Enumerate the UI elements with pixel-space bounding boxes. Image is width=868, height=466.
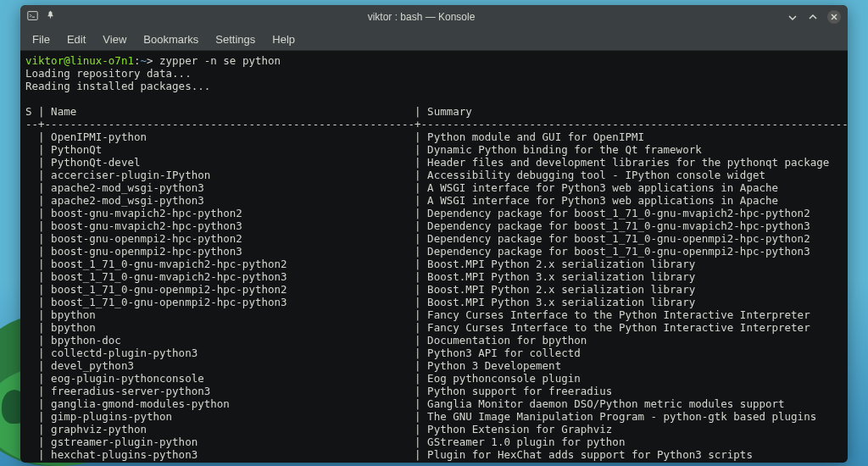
app-icon: [27, 10, 38, 24]
menu-file[interactable]: File: [32, 33, 50, 46]
minimize-button[interactable]: [787, 11, 798, 23]
menu-help[interactable]: Help: [272, 33, 295, 46]
terminal-output[interactable]: viktor@linux-o7n1:~> zypper -n se python…: [20, 51, 848, 463]
menu-view[interactable]: View: [103, 33, 126, 46]
menu-bookmarks[interactable]: Bookmarks: [143, 33, 198, 46]
window-titlebar[interactable]: viktor : bash — Konsole: [20, 5, 848, 29]
pin-icon[interactable]: [45, 10, 56, 24]
menu-edit[interactable]: Edit: [67, 33, 86, 46]
window-title: viktor : bash — Konsole: [56, 11, 787, 23]
menu-settings[interactable]: Settings: [215, 33, 255, 46]
maximize-button[interactable]: [807, 11, 819, 23]
close-button[interactable]: [827, 10, 841, 24]
svg-rect-0: [28, 12, 37, 20]
konsole-window: viktor : bash — Konsole File Edit View B…: [20, 5, 848, 463]
menubar: File Edit View Bookmarks Settings Help: [20, 29, 848, 51]
